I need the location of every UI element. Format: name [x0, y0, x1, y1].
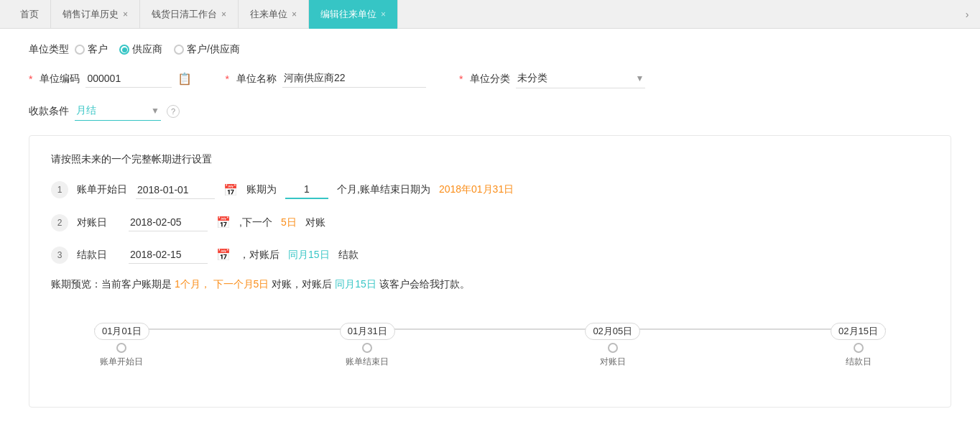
timeline-date-1: 01月01日 [94, 323, 149, 340]
timeline-label-1: 账单开始日 [100, 356, 143, 368]
unit-type-label: 单位类型 [29, 43, 69, 56]
timeline-node-4: 02月15日 结款日 [831, 323, 886, 368]
start-date-input[interactable] [136, 181, 215, 199]
row-3-prefix: ，对账后 [239, 249, 279, 262]
tab-edit-partner[interactable]: 编辑往来单位 × [309, 0, 398, 29]
preview-suffix: 该客户会给我打款。 [379, 278, 470, 290]
unit-category-select[interactable]: 未分类 ▼ [516, 69, 645, 88]
tab-more-button[interactable]: › [960, 9, 974, 20]
radio-circle-both [174, 45, 184, 55]
row-number-1: 1 [51, 181, 68, 198]
required-star-name: * [225, 73, 228, 85]
row-2-prefix: ,下一个 [239, 216, 272, 229]
unit-type-radio-group: 客户 供应商 客户/供应商 [75, 43, 240, 56]
payment-date-input[interactable] [129, 246, 208, 264]
close-tab-cash-work[interactable]: × [221, 9, 226, 19]
payment-cond-row: 收款条件 月结 ▼ ? [29, 101, 951, 121]
row-label-3: 结款日 [77, 249, 120, 262]
timeline-node-2: 01月31日 账单结束日 [340, 323, 395, 368]
radio-circle-supplier [119, 45, 129, 55]
timeline-node-3: 02月05日 对账日 [585, 323, 640, 368]
payment-help-icon[interactable]: ? [167, 105, 180, 118]
timeline-label-4: 结款日 [846, 356, 872, 368]
payment-cond-arrow-icon: ▼ [151, 106, 160, 116]
timeline-node-1: 01月01日 账单开始日 [94, 323, 149, 368]
settings-row-3: 3 结款日 📅 ，对账后 同月15日 结款 [51, 246, 929, 264]
preview-reconcile-day: 下一个月5日 [213, 278, 269, 290]
timeline-date-2: 01月31日 [340, 323, 395, 340]
unit-name-label: 单位名称 [236, 73, 277, 86]
preview-section: 账期预览：当前客户账期是 1个月， 下一个月5日 对账，对账后 同月15日 该客… [51, 278, 929, 390]
row-1-desc-prefix: 账期为 [246, 183, 277, 196]
timeline-nodes: 01月01日 账单开始日 01月31日 账单结束日 02月05日 对账日 [51, 323, 929, 368]
close-tab-partner-unit[interactable]: × [292, 9, 297, 19]
timeline-circle-2 [362, 343, 372, 353]
radio-both[interactable]: 客户/供应商 [174, 43, 240, 56]
payment-cond-select[interactable]: 月结 ▼ [75, 101, 161, 121]
row-1-desc-suffix: 个月,账单结束日期为 [337, 183, 430, 196]
unit-code-calendar-icon[interactable]: 📋 [177, 72, 192, 86]
reconcile-date-input[interactable] [129, 213, 208, 231]
row-number-2: 2 [51, 214, 68, 231]
unit-type-row: 单位类型 客户 供应商 客户/供应商 [29, 43, 951, 56]
settings-row-2: 2 对账日 📅 ,下一个 5日 对账 [51, 213, 929, 231]
unit-category-value: 未分类 [517, 72, 632, 85]
radio-label-customer: 客户 [88, 43, 108, 56]
payment-cond-value: 月结 [76, 104, 148, 117]
unit-info-row: * 单位编码 📋 * 单位名称 * 单位分类 未分类 ▼ [29, 69, 951, 88]
settings-row-1: 1 账单开始日 📅 账期为 个月,账单结束日期为 2018年01月31日 [51, 180, 929, 199]
payment-date-calendar-icon[interactable]: 📅 [216, 248, 231, 262]
close-tab-sales-history[interactable]: × [123, 9, 128, 19]
main-content: 单位类型 客户 供应商 客户/供应商 * 单位编码 📋 * 单位名称 * [0, 29, 980, 437]
row-2-suffix: 对账 [305, 216, 325, 229]
row-label-2: 对账日 [77, 216, 120, 229]
row-number-3: 3 [51, 247, 68, 264]
radio-customer[interactable]: 客户 [75, 43, 108, 56]
tab-cash-work[interactable]: 钱货日清工作台 × [140, 0, 239, 29]
preview-label: 账期预览：当前客户账期是 [51, 278, 172, 290]
timeline-circle-3 [608, 343, 618, 353]
tab-home[interactable]: 首页 [6, 0, 51, 29]
settings-title: 请按照未来的一个完整帐期进行设置 [51, 153, 929, 166]
required-star-code: * [29, 73, 32, 85]
row-1-end-date: 2018年01月31日 [439, 183, 514, 196]
row-2-day-highlight: 5日 [281, 216, 297, 229]
unit-code-label: 单位编码 [40, 73, 80, 86]
radio-circle-customer [75, 45, 85, 55]
unit-code-input[interactable] [85, 70, 172, 88]
row-3-suffix: 结款 [338, 249, 359, 262]
radio-supplier[interactable]: 供应商 [119, 43, 162, 56]
preview-reconcile-text: 对账，对账后 [272, 278, 332, 290]
radio-label-supplier: 供应商 [132, 43, 162, 56]
tab-partner-unit[interactable]: 往来单位 × [239, 0, 309, 29]
timeline-label-2: 账单结束日 [346, 356, 389, 368]
timeline-label-3: 对账日 [600, 356, 626, 368]
tab-bar: 首页 销售订单历史 × 钱货日清工作台 × 往来单位 × 编辑往来单位 × › [0, 0, 980, 29]
unit-category-label: 单位分类 [470, 73, 510, 86]
preview-months: 1个月， [175, 278, 211, 290]
preview-text: 账期预览：当前客户账期是 1个月， 下一个月5日 对账，对账后 同月15日 该客… [51, 278, 929, 291]
close-tab-edit-partner[interactable]: × [381, 9, 386, 19]
start-date-calendar-icon[interactable]: 📅 [223, 183, 238, 197]
tab-sales-history[interactable]: 销售订单历史 × [51, 0, 140, 29]
payment-cond-label: 收款条件 [29, 105, 69, 118]
required-star-category: * [459, 73, 463, 85]
unit-name-input[interactable] [282, 70, 426, 88]
timeline-date-3: 02月05日 [585, 323, 640, 340]
row-3-day-highlight: 同月15日 [288, 249, 330, 262]
unit-category-arrow-icon: ▼ [635, 73, 644, 83]
timeline-circle-1 [116, 343, 126, 353]
timeline: 01月01日 账单开始日 01月31日 账单结束日 02月05日 对账日 [51, 308, 929, 390]
settings-card: 请按照未来的一个完整帐期进行设置 1 账单开始日 📅 账期为 个月,账单结束日期… [29, 135, 951, 408]
timeline-date-4: 02月15日 [831, 323, 886, 340]
reconcile-date-calendar-icon[interactable]: 📅 [216, 216, 231, 229]
preview-payment-day: 同月15日 [335, 278, 376, 290]
row-label-1: 账单开始日 [77, 183, 127, 196]
radio-label-both: 客户/供应商 [187, 43, 240, 56]
period-months-input[interactable] [285, 180, 328, 199]
timeline-circle-4 [854, 343, 864, 353]
